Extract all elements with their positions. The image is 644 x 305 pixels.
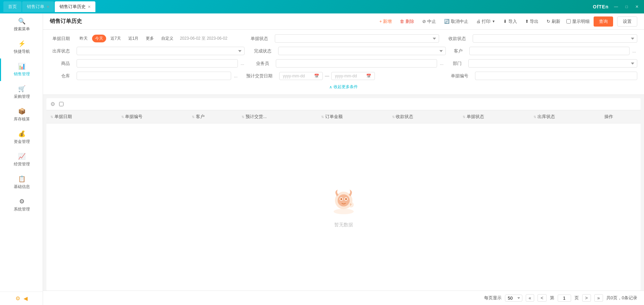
total-records: 共0页，0条记录 — [606, 295, 637, 301]
col-delivery[interactable]: ⇅ 预计交货... — [238, 110, 317, 123]
delete-button[interactable]: 🗑 删除 — [398, 17, 416, 26]
last1m-btn[interactable]: 近1月 — [125, 35, 142, 42]
stop-button[interactable]: ⊘ 中止 — [420, 17, 438, 26]
tab-sales-order[interactable]: 销售订单 ✕ — [22, 1, 54, 12]
delivery-date-label: 预计交货日期 — [246, 73, 272, 79]
sidebar-item-sales[interactable]: 📊 销售管理 — [0, 59, 43, 81]
tab-home[interactable]: 首页 — [3, 1, 22, 12]
department-label: 部门 — [452, 61, 462, 67]
customer-more-btn[interactable]: ... — [631, 48, 637, 53]
table-head: ⇅ 单据日期 ⇅ 单据编号 ⇅ 客户 ⇅ 预计交 — [46, 110, 641, 123]
purchase-icon: 🛒 — [18, 85, 26, 92]
prev-page-button[interactable]: < — [538, 294, 546, 302]
sidebar-item-purchase[interactable]: 🛒 采购管理 — [0, 81, 43, 104]
sidebar-item-operations-label: 经营管理 — [14, 161, 30, 167]
search-button[interactable]: 查询 — [594, 16, 613, 27]
department-select[interactable] — [468, 59, 637, 68]
product-more-btn[interactable]: ... — [239, 61, 246, 66]
salesperson-more-btn[interactable]: ... — [438, 61, 445, 66]
filter-row-2: 出库状态 完成状态 客户 ... — [50, 47, 637, 55]
collapse-button[interactable]: ∧ 收起更多条件 — [50, 84, 637, 90]
salesperson-control: ... — [276, 59, 445, 68]
page-header: 销售订单历史 + 新增 🗑 删除 ⊘ 中止 🔄 取消中止 🖨 打印 ▼ — [43, 13, 644, 30]
filter-area: 单据日期 昨天 今天 近7天 近1月 更多 自定义 2023-06-02 至 2… — [43, 30, 644, 95]
sidebar-item-base[interactable]: 📋 基础信息 — [0, 171, 43, 194]
display-detail-checkbox-label[interactable]: 显示明细 — [566, 18, 590, 25]
yesterday-btn[interactable]: 昨天 — [77, 35, 91, 42]
sort-icon: ⇅ — [50, 115, 53, 119]
brand-label: OfTEn — [593, 4, 609, 9]
import-button[interactable]: ⬇ 导入 — [501, 17, 519, 26]
customer-input[interactable] — [469, 47, 630, 55]
page-size-select[interactable]: 10 20 50 100 — [505, 295, 522, 302]
table-settings-icon[interactable]: ⚙ — [50, 101, 55, 107]
first-page-button[interactable]: « — [526, 294, 534, 302]
settings-button[interactable]: 设置 — [617, 16, 637, 27]
data-table: ⇅ 单据日期 ⇅ 单据编号 ⇅ 客户 ⇅ 预计交 — [46, 110, 641, 123]
sort-icon: ⇅ — [392, 115, 395, 119]
col-payment-status[interactable]: ⇅ 收款状态 — [388, 110, 459, 123]
warehouse-more-btn[interactable]: ... — [232, 73, 239, 78]
empty-state-icon: ? — [327, 186, 360, 217]
sidebar-item-search[interactable]: 🔍 搜索菜单 — [0, 13, 43, 36]
delivery-date-start[interactable]: yyyy-mm-dd 📅 — [279, 72, 323, 80]
sidebar-item-quicknav[interactable]: ⚡ 快捷导航 — [0, 36, 43, 59]
tab-sales-order-history-close[interactable]: ✕ — [88, 5, 91, 9]
sidebar-settings-icon[interactable]: ⚙ — [15, 295, 20, 302]
warehouse-input[interactable] — [77, 72, 231, 80]
export-button[interactable]: ⬆ 导出 — [523, 17, 541, 26]
filter-row-1: 单据日期 昨天 今天 近7天 近1月 更多 自定义 2023-06-02 至 2… — [50, 34, 637, 43]
maximize-button[interactable]: □ — [624, 4, 630, 9]
refresh-button[interactable]: ↻ 刷新 — [545, 17, 562, 26]
new-button[interactable]: + 新增 — [377, 17, 394, 26]
warehouse-label: 仓库 — [50, 73, 70, 79]
product-input[interactable] — [77, 59, 238, 68]
date-dash: — — [325, 73, 329, 78]
tab-sales-order-close[interactable]: ✕ — [46, 5, 49, 9]
tab-sales-order-history[interactable]: 销售订单历史 ✕ — [55, 1, 95, 12]
salesperson-input[interactable] — [276, 59, 437, 68]
product-label: 商品 — [50, 61, 70, 67]
sidebar-item-system[interactable]: ⚙ 系统管理 — [0, 194, 43, 216]
col-bill-status[interactable]: ⇅ 单据状态 — [459, 110, 529, 123]
payment-status-label: 收款状态 — [446, 36, 466, 42]
sidebar-expand-icon[interactable]: ◀ — [24, 295, 28, 302]
outbound-status-select[interactable] — [77, 47, 245, 55]
bill-number-control — [475, 72, 637, 80]
sort-icon: ⇅ — [463, 115, 465, 119]
empty-state: ? 暂无数据 — [46, 123, 641, 291]
select-all-checkbox[interactable] — [59, 102, 63, 106]
sidebar-item-inventory[interactable]: 📦 库存核算 — [0, 104, 43, 126]
cancel-stop-icon: 🔄 — [444, 19, 449, 24]
last-page-button[interactable]: » — [594, 294, 603, 302]
col-outbound-status[interactable]: ⇅ 出库状态 — [529, 110, 600, 123]
next-page-button[interactable]: > — [582, 294, 591, 302]
minimize-button[interactable]: — — [612, 4, 620, 9]
payment-status-select[interactable] — [473, 34, 637, 43]
page-label: 第 — [550, 295, 554, 301]
print-button[interactable]: 🖨 打印 ▼ — [474, 17, 498, 26]
page-title: 销售订单历史 — [50, 18, 82, 25]
col-customer[interactable]: ⇅ 客户 — [188, 110, 238, 123]
page-input[interactable] — [558, 295, 571, 302]
col-amount[interactable]: ⇅ 订单金额 — [317, 110, 388, 123]
sidebar-item-search-label: 搜索菜单 — [14, 26, 30, 32]
table-toolbar: ⚙ — [46, 98, 641, 110]
custom-btn[interactable]: 自定义 — [158, 35, 176, 42]
delivery-date-end[interactable]: yyyy-mm-dd 📅 — [331, 72, 375, 80]
col-number[interactable]: ⇅ 单据编号 — [117, 110, 188, 123]
complete-status-select[interactable] — [278, 47, 446, 55]
base-icon: 📋 — [18, 175, 26, 183]
bill-number-input[interactable] — [475, 72, 637, 80]
display-detail-checkbox[interactable] — [566, 19, 571, 24]
cancel-stop-button[interactable]: 🔄 取消中止 — [442, 17, 470, 26]
bill-status-select[interactable] — [275, 34, 439, 43]
last7-btn[interactable]: 近7天 — [108, 35, 124, 42]
close-button[interactable]: ✕ — [633, 4, 641, 9]
sort-icon: ⇅ — [242, 115, 244, 119]
sidebar-item-finance[interactable]: 💰 资金管理 — [0, 126, 43, 149]
sidebar-item-operations[interactable]: 📈 经营管理 — [0, 149, 43, 171]
more-btn[interactable]: 更多 — [143, 35, 157, 42]
today-btn[interactable]: 今天 — [92, 35, 106, 42]
col-date[interactable]: ⇅ 单据日期 — [46, 110, 117, 123]
